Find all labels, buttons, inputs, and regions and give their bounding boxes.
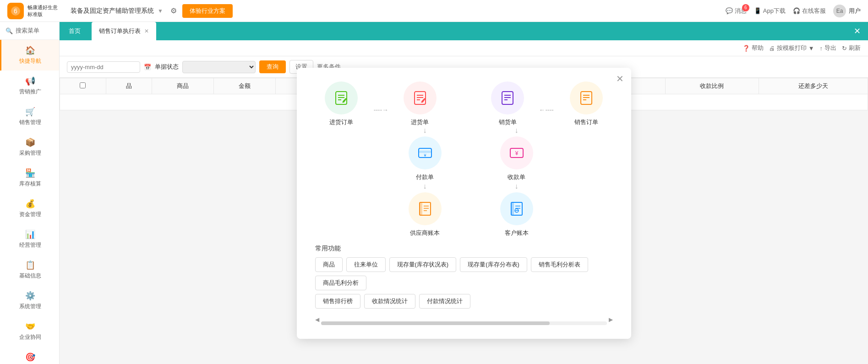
purchase-order-label: 进货订单	[329, 118, 353, 126]
user-area[interactable]: Ea 用户	[833, 5, 861, 17]
payment-bill-icon: ¥	[409, 136, 442, 169]
func-btn-stock-status[interactable]: 现存量(库存状况表)	[389, 257, 457, 272]
operations-icon: 📊	[25, 229, 35, 239]
purchase-bill-label: 进货单	[411, 118, 429, 126]
func-btn-partner[interactable]: 往来单位	[346, 257, 386, 272]
receipt-bill-icon: ¥	[500, 136, 533, 169]
page-content: ❓ 帮助 🖨 按模板打印 ▼ ↑ 导出 ↻ 刷新	[60, 40, 868, 364]
tab-bar-close-icon[interactable]: ✕	[854, 26, 861, 36]
payment-bill-label: 付款单	[416, 173, 434, 181]
sales-bill-icon	[491, 81, 524, 114]
service-icon: 🎧	[793, 7, 800, 14]
scroll-right-arrow[interactable]: ▶	[609, 316, 613, 323]
arrow-sales-order-to-bill: - - - - →	[534, 106, 560, 114]
supplier-ledger-icon	[409, 192, 442, 225]
avatar: Ea	[833, 5, 846, 17]
sidebar-item-beginner[interactable]: 🎯 新手引导	[0, 347, 59, 364]
top-right-area: 💬 消息 6 📱 App下载 🎧 在线客服 Ea 用户	[726, 5, 861, 17]
sales-bill-label: 销货单	[499, 118, 517, 126]
message-button[interactable]: 💬 消息 6	[726, 7, 747, 15]
func-btn-sales-rank[interactable]: 销售排行榜	[315, 294, 360, 309]
message-icon: 💬	[726, 7, 733, 14]
tab-close-icon[interactable]: ✕	[144, 28, 149, 34]
logo-area: 6 畅康通好生意 标准版	[7, 3, 67, 19]
flow-node-sales-bill[interactable]: 销货单	[481, 81, 534, 126]
sales-order-label: 销售订单	[574, 118, 598, 126]
sidebar-item-system[interactable]: ⚙️ 系统管理	[0, 285, 59, 316]
purchase-order-icon	[325, 81, 358, 114]
system-title-text: 装备及固定资产辅助管理系统	[71, 7, 154, 15]
trial-button[interactable]: 体验行业方案	[182, 4, 233, 18]
func-row-2: 销售排行榜 收款情况统计 付款情况统计	[315, 294, 613, 309]
online-service-button[interactable]: 🎧 在线客服	[793, 7, 826, 15]
flow-node-receipt-bill[interactable]: ¥ 收款单	[489, 136, 544, 181]
system-dropdown-arrow[interactable]: ▼	[158, 8, 163, 14]
flow-node-purchase-order[interactable]: 进货订单	[315, 81, 368, 126]
app-download-button[interactable]: 📱 App下载	[754, 7, 786, 15]
sidebar-item-finance[interactable]: 💰 资金管理	[0, 193, 59, 224]
sidebar-item-basic-info[interactable]: 📋 基础信息	[0, 255, 59, 285]
download-icon: 📱	[754, 7, 761, 14]
svg-rect-29	[511, 202, 514, 215]
arrow-down-purchase: ↓	[423, 126, 427, 135]
message-badge: 6	[742, 4, 749, 11]
supplier-ledger-label: 供应商账本	[410, 229, 440, 237]
arrow-down-receipt: ↓	[515, 182, 519, 190]
basic-info-icon: 📋	[25, 260, 35, 270]
func-btn-payment-stats[interactable]: 付款情况统计	[419, 294, 470, 309]
sales-icon: 🛒	[25, 107, 35, 117]
sidebar-item-quick-nav[interactable]: 🏠 快捷导航	[0, 40, 59, 71]
sidebar-item-sales[interactable]: 🛒 销售管理	[0, 101, 59, 132]
tab-bar: 首页 销售订单执行表 ✕ ✕	[60, 22, 868, 40]
sidebar-item-inventory[interactable]: 🏪 库存核算	[0, 163, 59, 193]
sidebar: 🔍 搜索菜单 🏠 快捷导航 📢 营销推广 🛒 销售管理 📦 采购管理 🏪	[0, 22, 60, 364]
tab-home[interactable]: 首页	[60, 22, 90, 40]
enterprise-icon: 🤝	[25, 321, 35, 331]
purchase-icon: 📦	[25, 137, 35, 147]
system-icon: ⚙️	[25, 291, 35, 301]
flow-node-supplier-ledger[interactable]: 供应商账本	[398, 192, 453, 237]
func-btn-product[interactable]: 商品	[315, 257, 343, 272]
tab-sales-order[interactable]: 销售订单执行表 ✕	[92, 22, 156, 40]
home-icon: 🏠	[25, 45, 35, 55]
main-area: 🔍 搜索菜单 🏠 快捷导航 📢 营销推广 🛒 销售管理 📦 采购管理 🏪	[0, 22, 868, 364]
content-area: 首页 销售订单执行表 ✕ ✕ ❓ 帮助 🖨 按模板打印	[60, 22, 868, 364]
svg-text:6: 6	[14, 7, 17, 15]
inventory-icon: 🏪	[25, 168, 35, 178]
scroll-left-arrow[interactable]: ◀	[315, 316, 319, 323]
sidebar-item-operations[interactable]: 📊 经营管理	[0, 224, 59, 255]
modal-close-button[interactable]: ✕	[616, 73, 624, 84]
svg-rect-24	[420, 202, 422, 215]
beginner-icon: 🎯	[25, 352, 35, 362]
app-container: 6 畅康通好生意 标准版 装备及固定资产辅助管理系统 ▼ ⚙ 体验行业方案 💬 …	[0, 0, 868, 364]
marketing-icon: 📢	[25, 76, 35, 86]
sidebar-item-purchase[interactable]: 📦 采购管理	[0, 132, 59, 163]
sidebar-item-marketing[interactable]: 📢 营销推广	[0, 71, 59, 101]
sidebar-item-enterprise[interactable]: 🤝 企业协同	[0, 316, 59, 347]
svg-text:¥: ¥	[423, 153, 426, 158]
gear-icon[interactable]: ⚙	[170, 6, 177, 15]
arrow-purchase-to-bill: - - - - →	[367, 106, 393, 114]
func-btn-sales-gross[interactable]: 销售毛利分析表	[531, 257, 588, 272]
func-btn-receipt-stats[interactable]: 收款情况统计	[364, 294, 415, 309]
arrow-down-sales: ↓	[515, 126, 519, 135]
modal: ✕ 进货订单	[297, 68, 631, 339]
arrow-down-payment: ↓	[423, 182, 427, 190]
search-menu-button[interactable]: 🔍 搜索菜单	[0, 22, 59, 40]
sales-order-icon	[570, 81, 603, 114]
flow-node-payment-bill[interactable]: ¥ 付款单	[398, 136, 453, 181]
common-funcs: 常用功能 商品 往来单位 现存量(库存状况表) 现存量(库存分布表) 销售毛利分…	[315, 244, 613, 309]
system-title-area: 装备及固定资产辅助管理系统 ▼ ⚙	[71, 6, 177, 15]
receipt-bill-label: 收款单	[508, 173, 525, 181]
func-btn-product-gross[interactable]: 商品毛利分析	[315, 276, 366, 290]
flow-node-customer-ledger[interactable]: 客户账本	[489, 192, 544, 237]
flow-node-sales-order[interactable]: 销售订单	[560, 81, 613, 126]
search-icon: 🔍	[5, 27, 13, 34]
flow-node-purchase-bill[interactable]: 进货单	[394, 81, 447, 126]
customer-ledger-icon	[500, 192, 533, 225]
modal-overlay: ✕ 进货订单	[60, 40, 868, 364]
svg-text:¥: ¥	[514, 150, 518, 157]
func-btn-stock-dist[interactable]: 现存量(库存分布表)	[460, 257, 527, 272]
modal-scroll-bar[interactable]	[321, 321, 607, 325]
modal-scroll-thumb	[321, 321, 550, 325]
